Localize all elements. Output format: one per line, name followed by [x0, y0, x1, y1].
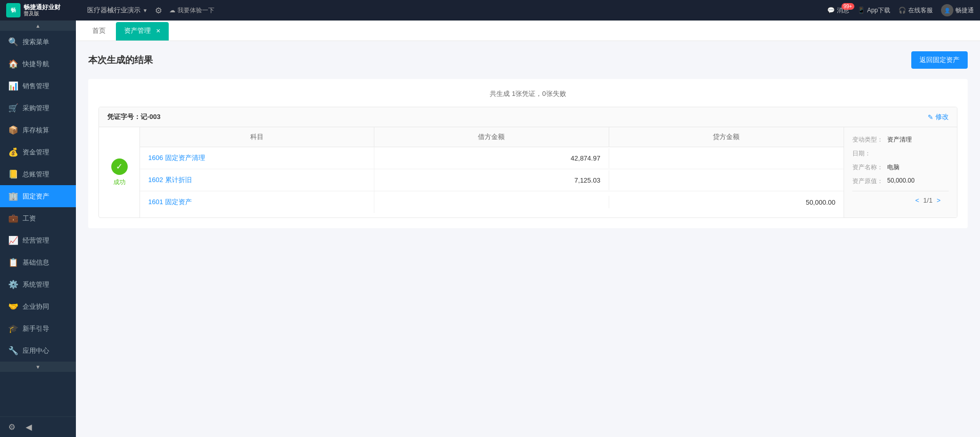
back-to-fixed-assets-button[interactable]: 返回固定资产: [911, 51, 968, 69]
basic-info-icon: 📋: [8, 257, 18, 267]
sidebar-item-sales[interactable]: 📊 销售管理: [0, 75, 76, 97]
change-type-label: 变动类型：: [852, 135, 883, 144]
header-right: 💬 消息 99+ 📱 App下载 🎧 在线客服 👤 畅捷通: [827, 4, 974, 16]
edit-icon: ✎: [928, 113, 933, 121]
sales-icon: 📊: [8, 81, 18, 91]
row1-credit: [609, 152, 844, 164]
voucher-block: 凭证字号：记-003 ✎ 修改 ✓ 成功: [98, 107, 957, 218]
cloud-icon: ☁: [169, 7, 175, 14]
voucher-table: 科目 借方金额 贷方金额 1606 固定资产清理 42,874.97 1602 …: [140, 127, 844, 217]
company-name: 医疗器械行业演示: [87, 6, 141, 15]
sidebar-item-search[interactable]: 🔍 搜索菜单: [0, 31, 76, 53]
sidebar-label-payroll: 工资: [23, 214, 36, 223]
result-panel: 共生成 1张凭证，0张失败 凭证字号：记-003 ✎ 修改: [88, 79, 968, 228]
sidebar-item-inventory[interactable]: 📦 库存核算: [0, 119, 76, 141]
sidebar-label-basic-info: 基础信息: [23, 258, 49, 267]
voucher-header: 凭证字号：记-003 ✎ 修改: [99, 107, 957, 127]
table-header: 科目 借方金额 贷方金额: [140, 127, 844, 147]
main-layout: ▲ 🔍 搜索菜单 🏠 快捷导航 📊 销售管理 🛒 采购管理 📦 库存核算 💰 资…: [0, 21, 980, 437]
sidebar-item-ledger[interactable]: 📒 总账管理: [0, 163, 76, 185]
edit-voucher-button[interactable]: ✎ 修改: [928, 112, 949, 122]
detail-original-value: 资产原值： 50,000.00: [852, 177, 949, 186]
sidebar-label-guide: 新手引导: [23, 324, 49, 333]
sidebar-label-fixed-assets: 固定资产: [23, 192, 49, 201]
sidebar-label-app-center: 应用中心: [23, 346, 49, 355]
tab-home[interactable]: 首页: [84, 22, 114, 41]
sidebar-item-guide[interactable]: 🎓 新手引导: [0, 317, 76, 340]
asset-name-label: 资产名称：: [852, 163, 883, 172]
detail-change-type: 变动类型： 资产清理: [852, 135, 949, 144]
logo-main: 畅捷通好业财: [24, 4, 61, 11]
page-title-bar: 本次生成的结果 返回固定资产: [88, 51, 968, 69]
inventory-icon: 📦: [8, 125, 18, 135]
sidebar-item-operations[interactable]: 📈 经营管理: [0, 229, 76, 251]
prev-page-button[interactable]: <: [915, 196, 919, 204]
headset-icon: 🎧: [898, 7, 906, 14]
scroll-up-button[interactable]: ▲: [0, 21, 76, 31]
app-download-button[interactable]: 📱 App下载: [857, 6, 890, 15]
sidebar-item-quick-nav[interactable]: 🏠 快捷导航: [0, 53, 76, 75]
voucher-id: 凭证字号：记-003: [107, 112, 161, 122]
sidebar-item-fixed-assets[interactable]: 🏢 固定资产: [0, 185, 76, 207]
sidebar-item-payroll[interactable]: 💼 工资: [0, 207, 76, 229]
user-info[interactable]: 👤 畅捷通: [941, 4, 974, 16]
home-icon: 🏠: [8, 59, 18, 69]
feedback-button[interactable]: ☁ 我要体验一下: [169, 6, 214, 15]
bottom-settings-icon[interactable]: ⚙: [8, 422, 15, 432]
online-service-button[interactable]: 🎧 在线客服: [898, 6, 933, 15]
enterprise-icon: 🤝: [8, 302, 18, 311]
messages-icon: 💬: [827, 7, 835, 14]
logo-area: 畅 畅捷通好业财 普及版: [6, 3, 82, 17]
row3-account: 1601 固定资产: [140, 191, 374, 213]
col-credit: 贷方金额: [609, 127, 844, 147]
table-row: 1602 累计折旧 7,125.03: [140, 169, 844, 191]
row1-account: 1606 固定资产清理: [140, 147, 374, 169]
sidebar-item-app-center[interactable]: 🔧 应用中心: [0, 340, 76, 362]
download-icon: 📱: [857, 7, 865, 14]
detail-asset-name: 资产名称： 电脑: [852, 163, 949, 172]
asset-name-value: 电脑: [887, 163, 899, 172]
sidebar-label-purchase: 采购管理: [23, 104, 49, 113]
messages-badge: 99+: [842, 3, 854, 10]
row3-credit: 50,000.00: [609, 192, 844, 212]
status-circle: ✓: [111, 158, 128, 175]
voucher-status: ✓ 成功: [99, 127, 140, 217]
status-text: 成功: [113, 178, 126, 187]
tab-asset-mgmt[interactable]: 资产管理 ✕: [116, 22, 169, 41]
sidebar-item-system[interactable]: ⚙️ 系统管理: [0, 273, 76, 295]
app-center-icon: 🔧: [8, 346, 18, 355]
tab-home-label: 首页: [92, 27, 106, 34]
logo-sub: 普及版: [24, 11, 61, 17]
page-info: 1/1: [923, 196, 932, 204]
tab-close-icon[interactable]: ✕: [156, 28, 161, 34]
feedback-label: 我要体验一下: [177, 6, 214, 15]
voucher-details: 变动类型： 资产清理 日期： 资产名称： 电脑: [844, 127, 957, 217]
sidebar-bottom: ⚙ ◀: [0, 416, 76, 437]
next-page-button[interactable]: >: [936, 196, 941, 204]
collapse-icon[interactable]: ◀: [26, 422, 32, 432]
guide-icon: 🎓: [8, 324, 18, 333]
detail-date: 日期：: [852, 149, 949, 158]
online-service-label: 在线客服: [908, 6, 933, 15]
sidebar-item-enterprise[interactable]: 🤝 企业协同: [0, 295, 76, 317]
content-area: 首页 资产管理 ✕ 本次生成的结果 返回固定资产 共生成 1张凭证，0张失败: [76, 21, 980, 437]
company-selector[interactable]: 医疗器械行业演示 ▼: [87, 6, 148, 15]
row1-debit: 42,874.97: [374, 148, 609, 168]
scroll-down-button[interactable]: ▼: [0, 362, 76, 372]
voucher-body: ✓ 成功 科目 借方金额 贷方金额 1606 固定资产清理: [99, 127, 957, 217]
purchase-icon: 🛒: [8, 103, 18, 113]
avatar: 👤: [941, 4, 953, 16]
chevron-down-icon: ▼: [143, 8, 148, 13]
messages-button[interactable]: 💬 消息 99+: [827, 6, 849, 15]
fixed-assets-icon: 🏢: [8, 191, 18, 201]
row3-debit: [374, 196, 609, 208]
sidebar-label-operations: 经营管理: [23, 236, 49, 245]
page-title: 本次生成的结果: [88, 54, 153, 66]
row2-credit: [609, 174, 844, 186]
sidebar-label-ledger: 总账管理: [23, 170, 49, 179]
sidebar-item-finance[interactable]: 💰 资金管理: [0, 141, 76, 163]
sidebar-item-purchase[interactable]: 🛒 采购管理: [0, 97, 76, 119]
sidebar-label-inventory: 库存核算: [23, 126, 49, 135]
settings-icon[interactable]: ⚙: [153, 4, 164, 17]
sidebar-item-basic-info[interactable]: 📋 基础信息: [0, 251, 76, 273]
